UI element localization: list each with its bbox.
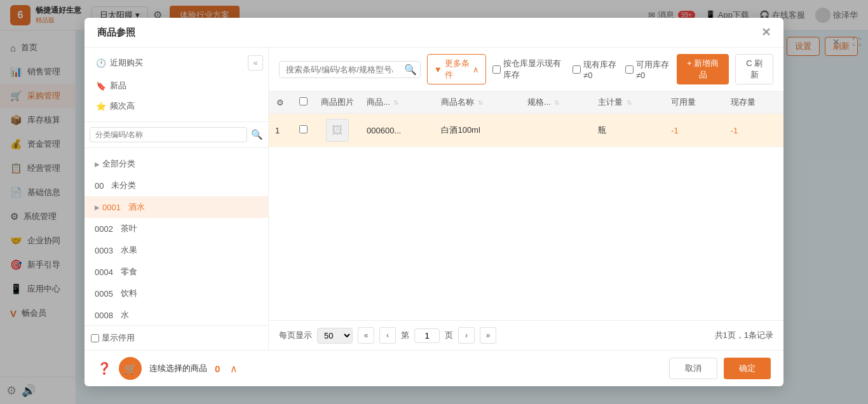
row-index: 1 [269, 114, 292, 147]
category-item-0001[interactable]: ▶ 0001 酒水 [85, 196, 268, 218]
page-size-select[interactable]: 50 100 200 [317, 328, 353, 344]
checkbox-available-nonzero-input[interactable] [625, 65, 634, 74]
tab-recent-purchase[interactable]: 🕐 近期购买 [90, 53, 149, 73]
category-item-0003[interactable]: 0003 水果 [85, 239, 268, 261]
clock-icon: 🕐 [96, 58, 106, 68]
new-icon: 🔖 [96, 81, 106, 91]
modal-title: 商品参照 [97, 27, 135, 39]
product-search-box: 🔍 [279, 61, 421, 78]
row-spec [521, 114, 592, 147]
star-icon: ⭐ [96, 102, 106, 111]
checkbox-stock-nonzero-input[interactable] [573, 65, 581, 74]
tab-new-products[interactable]: 🔖 新品 [90, 76, 263, 96]
column-settings-icon[interactable]: ⚙ [276, 98, 284, 107]
col-stock: 现存量 [724, 91, 783, 114]
page-suffix-label: 页 [445, 330, 453, 341]
left-panel: 🕐 近期购买 « 🔖 新品 ⭐ 频次高 [85, 48, 269, 350]
checkbox-by-warehouse-input[interactable] [492, 65, 501, 74]
category-item-0008[interactable]: 0008 水 [85, 304, 268, 325]
confirm-button[interactable]: 确定 [724, 358, 771, 379]
sort-code-icon: ⇅ [393, 99, 398, 106]
row-checkbox[interactable] [299, 125, 308, 133]
checkbox-by-warehouse[interactable]: 按仓库显示现有库存 [492, 58, 565, 81]
product-reference-modal: 商品参照 ✕ 🕐 近期购买 « 🔖 新品 [85, 18, 783, 386]
sort-name-icon: ⇅ [478, 99, 483, 106]
col-settings[interactable]: ⚙ [269, 91, 292, 114]
col-code[interactable]: 商品... ⇅ [360, 91, 435, 114]
page-label: 第 [401, 330, 409, 341]
category-search-input[interactable] [90, 127, 247, 142]
category-item-0005[interactable]: 0005 饮料 [85, 283, 268, 304]
row-name: 白酒100ml [435, 114, 520, 147]
pagination: 每页显示 50 100 200 « ‹ 第 页 › » 共1页，1条记录 [269, 320, 783, 350]
row-unit: 瓶 [592, 114, 665, 147]
table-row[interactable]: 1 🖼 000600... 白酒100ml 瓶 [269, 114, 783, 147]
product-image-placeholder: 🖼 [326, 119, 349, 142]
table-header-row: ⚙ 商品图片 商品... ⇅ [269, 91, 783, 114]
category-item-00[interactable]: 00 未分类 [85, 175, 268, 196]
refresh-product-button[interactable]: C 刷新 [735, 54, 773, 84]
row-stock: -1 [724, 114, 783, 147]
checkbox-stock-nonzero[interactable]: 现有库存≠0 [573, 59, 618, 80]
arrow-icon-active: ▶ [95, 204, 100, 211]
modal-header: 商品参照 ✕ [85, 18, 783, 48]
row-code: 000600... [360, 114, 435, 147]
col-unit[interactable]: 主计量 ⇅ [592, 91, 665, 114]
col-image: 商品图片 [315, 91, 360, 114]
product-search-input[interactable] [280, 62, 399, 77]
show-disabled-input[interactable] [91, 334, 99, 342]
category-search-area: 🔍 [85, 122, 268, 148]
filter-icon: ▼ [434, 65, 442, 74]
page-info: 共1页，1条记录 [715, 330, 773, 341]
first-page-button[interactable]: « [358, 327, 374, 344]
checkbox-available-nonzero[interactable]: 可用库存≠0 [625, 59, 670, 80]
row-image-cell: 🖼 [315, 114, 360, 147]
help-icon[interactable]: ❓ [97, 361, 111, 375]
add-product-button[interactable]: + 新增商品 [677, 54, 729, 84]
col-name[interactable]: 商品名称 ⇅ [435, 91, 520, 114]
product-table: ⚙ 商品图片 商品... ⇅ [269, 91, 783, 147]
select-all-checkbox[interactable] [299, 97, 308, 105]
sort-spec-icon: ⇅ [554, 99, 559, 106]
right-panel: 🔍 ▼ 更多条件 ∧ 按仓库显示现有库存 现 [269, 48, 783, 350]
product-search-button[interactable]: 🔍 [399, 64, 421, 76]
cart-button[interactable]: 🛒 [119, 357, 142, 380]
arrow-icon: ▶ [95, 161, 100, 168]
prev-page-button[interactable]: ‹ [379, 327, 396, 344]
col-spec[interactable]: 规格... ⇅ [521, 91, 592, 114]
category-search-icon[interactable]: 🔍 [251, 129, 263, 140]
page-size-label: 每页显示 [279, 330, 312, 341]
category-tree: ▶ 全部分类 00 未分类 ▶ 0001 酒水 0002 茶叶 [85, 148, 268, 325]
footer-actions: 取消 确定 [669, 358, 771, 379]
left-bottom: 显示停用 [85, 325, 268, 350]
cart-text: 连续选择的商品 [149, 363, 207, 374]
modal-overlay: 商品参照 ✕ 🕐 近期购买 « 🔖 新品 [0, 0, 868, 404]
row-checkbox-cell[interactable] [292, 114, 315, 147]
col-check [292, 91, 315, 114]
modal-close-button[interactable]: ✕ [761, 25, 771, 39]
filter-button[interactable]: ▼ 更多条件 ∧ [427, 54, 486, 84]
collapse-button[interactable]: « [248, 55, 263, 71]
col-available: 可用量 [665, 91, 724, 114]
modal-body: 🕐 近期购买 « 🔖 新品 ⭐ 频次高 [85, 48, 783, 350]
page-number-input[interactable] [414, 328, 440, 343]
tab-frequent[interactable]: ⭐ 频次高 [90, 96, 263, 116]
category-item-all[interactable]: ▶ 全部分类 [85, 153, 268, 175]
right-toolbar: 🔍 ▼ 更多条件 ∧ 按仓库显示现有库存 现 [269, 48, 783, 91]
filter-checkboxes: 按仓库显示现有库存 现有库存≠0 可用库存≠0 [492, 58, 670, 81]
cart-collapse-icon[interactable]: ∧ [230, 363, 238, 375]
next-page-button[interactable]: › [458, 327, 475, 344]
product-table-wrap: ⚙ 商品图片 商品... ⇅ [269, 91, 783, 320]
category-item-0004[interactable]: 0004 零食 [85, 261, 268, 283]
last-page-button[interactable]: » [480, 327, 496, 344]
cart-icon: 🛒 [124, 363, 137, 375]
row-available: -1 [665, 114, 724, 147]
cart-count: 0 [215, 363, 220, 374]
left-panel-tabs: 🕐 近期购买 « 🔖 新品 ⭐ 频次高 [85, 48, 268, 122]
modal-footer: ❓ 🛒 连续选择的商品 0 ∧ 取消 确定 [85, 350, 783, 386]
show-disabled-checkbox[interactable]: 显示停用 [91, 332, 135, 344]
sort-unit-icon: ⇅ [627, 99, 632, 106]
category-item-0002[interactable]: 0002 茶叶 [85, 218, 268, 239]
cancel-button[interactable]: 取消 [669, 358, 717, 379]
